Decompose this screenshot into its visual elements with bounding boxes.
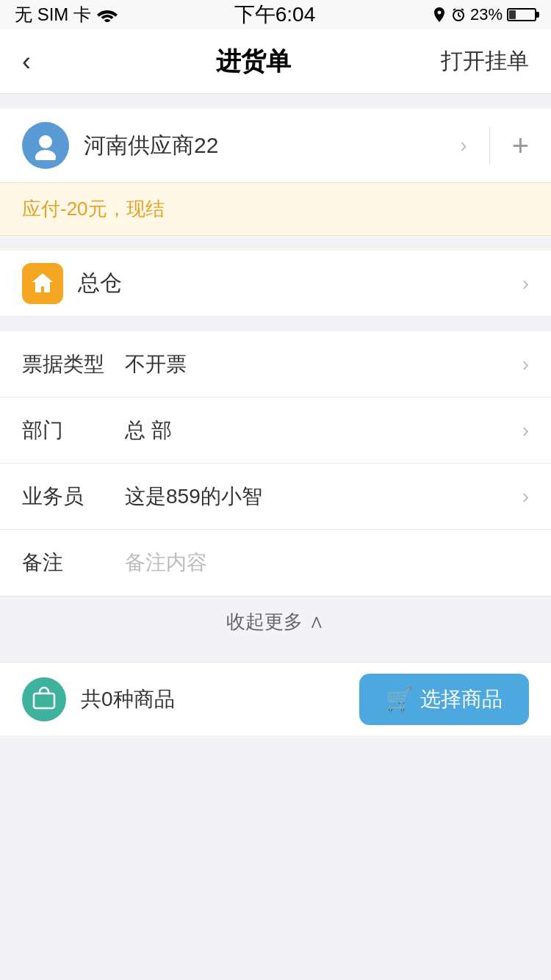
field-label-ticket: 票据类型 xyxy=(22,350,125,378)
section-gap-4 xyxy=(0,647,551,662)
field-row-salesperson[interactable]: 业务员 这是859的小智 › xyxy=(0,464,551,530)
supplier-row[interactable]: 河南供应商22 › + xyxy=(0,109,551,182)
collapse-label: 收起更多 ∧ xyxy=(226,609,324,635)
section-gap-3 xyxy=(0,317,551,331)
field-row-ticket[interactable]: 票据类型 不开票 › xyxy=(0,331,551,397)
page-background xyxy=(0,735,551,882)
supplier-chevron: › xyxy=(460,134,467,157)
select-btn-label: 选择商品 xyxy=(420,685,503,713)
back-button[interactable]: ‹ xyxy=(22,46,66,77)
field-row-remark[interactable]: 备注 备注内容 xyxy=(0,530,551,596)
supplier-card: 河南供应商22 › + 应付-20元，现结 xyxy=(0,109,551,236)
select-icon: 🛒 xyxy=(386,686,413,712)
field-label-salesperson: 业务员 xyxy=(22,483,125,511)
wifi-icon xyxy=(97,7,118,22)
warehouse-card: 总仓 › xyxy=(0,251,551,317)
warehouse-icon xyxy=(22,263,63,304)
field-label-dept: 部门 xyxy=(22,417,125,444)
warning-banner: 应付-20元，现结 xyxy=(0,182,551,236)
status-bar: 无 SIM 卡 下午6:04 23% xyxy=(0,0,551,29)
section-gap-1 xyxy=(0,94,551,109)
svg-line-4 xyxy=(461,9,464,10)
collapse-button[interactable]: 收起更多 ∧ xyxy=(0,596,551,647)
select-product-button[interactable]: 🛒 选择商品 xyxy=(359,674,529,725)
field-value-ticket: 不开票 xyxy=(125,350,522,378)
supplier-avatar xyxy=(22,122,69,169)
battery-percent: 23% xyxy=(470,5,503,24)
supplier-name: 河南供应商22 xyxy=(84,131,460,161)
svg-line-2 xyxy=(458,15,461,17)
field-chevron-ticket: › xyxy=(522,353,529,376)
status-carrier: 无 SIM 卡 xyxy=(15,3,118,26)
product-count-text: 共0种商品 xyxy=(81,685,359,713)
status-right: 23% xyxy=(432,5,536,24)
warehouse-row[interactable]: 总仓 › xyxy=(0,251,551,317)
field-value-remark: 备注内容 xyxy=(125,549,529,577)
svg-point-5 xyxy=(39,135,52,148)
status-time: 下午6:04 xyxy=(234,1,316,29)
open-pending-button[interactable]: 打开挂单 xyxy=(441,46,529,76)
field-chevron-salesperson: › xyxy=(522,485,529,508)
svg-rect-7 xyxy=(34,693,54,708)
warehouse-chevron: › xyxy=(522,272,529,295)
page-title: 进货单 xyxy=(216,45,291,79)
fields-card: 票据类型 不开票 › 部门 总 部 › 业务员 这是859的小智 › 备注 备注… xyxy=(0,331,551,596)
svg-line-3 xyxy=(453,9,455,10)
add-supplier-button[interactable]: + xyxy=(512,129,529,162)
nav-bar: ‹ 进货单 打开挂单 xyxy=(0,29,551,94)
field-row-dept[interactable]: 部门 总 部 › xyxy=(0,397,551,464)
field-value-salesperson: 这是859的小智 xyxy=(125,483,522,511)
field-label-remark: 备注 xyxy=(22,549,125,577)
svg-point-6 xyxy=(35,150,56,160)
supplier-divider xyxy=(489,127,490,164)
warehouse-name: 总仓 xyxy=(78,268,522,298)
person-icon xyxy=(31,131,60,160)
location-icon xyxy=(432,7,447,22)
field-value-dept: 总 部 xyxy=(125,417,522,444)
house-icon xyxy=(29,270,56,297)
supplier-actions: › + xyxy=(460,127,529,164)
product-icon xyxy=(22,677,66,721)
battery-icon xyxy=(507,8,536,21)
alarm-icon xyxy=(451,7,466,22)
section-gap-2 xyxy=(0,236,551,251)
bottom-bar: 共0种商品 🛒 选择商品 xyxy=(0,662,551,735)
cart-icon xyxy=(31,686,57,713)
field-chevron-dept: › xyxy=(522,419,529,442)
